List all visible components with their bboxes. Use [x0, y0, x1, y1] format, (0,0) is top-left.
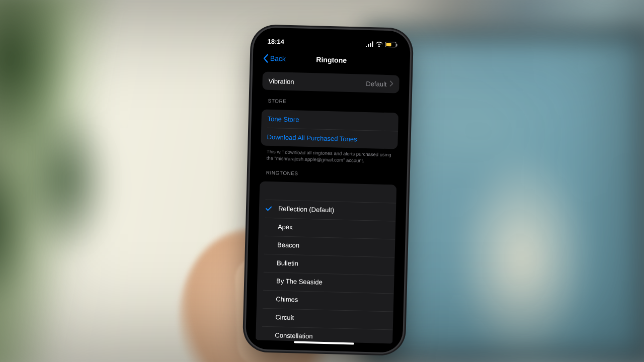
download-all-link[interactable]: Download All Purchased Tones — [261, 127, 398, 149]
page-title: Ringtone — [316, 55, 347, 64]
store-group: Tone Store Download All Purchased Tones — [261, 109, 398, 149]
tone-store-label: Tone Store — [267, 115, 299, 123]
ringtone-label: By The Seaside — [276, 277, 323, 286]
ringtones-header: RINGTONES — [260, 161, 397, 182]
status-time: 18:14 — [268, 37, 285, 45]
iphone-screen: 18:14 Back Ringtone Vibration Default — [251, 32, 406, 347]
ringtones-group: Reflection (Default) Apex Beacon Bulleti… — [255, 181, 396, 344]
navigation-bar: Back Ringtone — [258, 48, 405, 71]
settings-content[interactable]: Vibration Default STORE Tone Store Downl… — [251, 68, 405, 343]
checkmark-icon — [264, 205, 273, 212]
ringtone-label: Beacon — [277, 241, 299, 249]
ringtone-label: Bulletin — [277, 259, 298, 267]
back-button[interactable]: Back — [263, 54, 286, 63]
download-all-label: Download All Purchased Tones — [267, 133, 357, 143]
vibration-label: Vibration — [268, 77, 294, 85]
ringtone-label: Constellation — [275, 331, 313, 340]
iphone-device: 18:14 Back Ringtone Vibration Default — [246, 27, 411, 353]
chevron-left-icon — [263, 54, 269, 62]
wifi-icon — [375, 41, 382, 47]
ringtone-item[interactable]: Constellation — [256, 326, 393, 344]
vibration-value: Default — [366, 79, 387, 87]
vibration-cell[interactable]: Vibration Default — [262, 72, 399, 94]
ringtone-label: Circuit — [275, 313, 294, 321]
ringtone-label: Apex — [278, 223, 293, 231]
ringtone-label: Reflection (Default) — [278, 205, 335, 214]
back-label: Back — [270, 54, 286, 63]
display-notch — [294, 33, 370, 48]
chevron-right-icon — [389, 80, 393, 88]
ringtone-label: Chimes — [276, 295, 298, 303]
vibration-group: Vibration Default — [262, 72, 399, 94]
battery-icon — [385, 41, 396, 47]
